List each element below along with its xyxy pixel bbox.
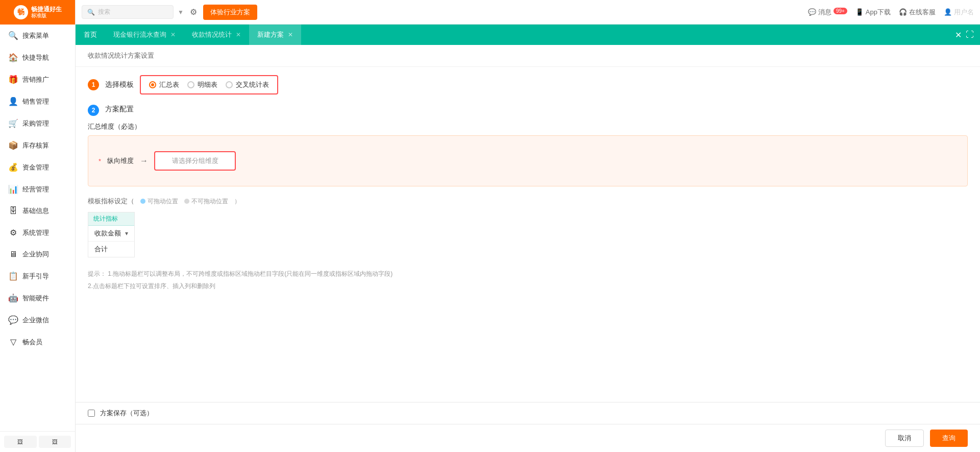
table-section-label: 统计指标 <box>88 212 134 226</box>
dim-arrow-icon: → <box>140 156 148 165</box>
sidebar-item-purchase[interactable]: 🛒 采购管理 <box>0 112 75 134</box>
logo-text: 畅捷通好生 标准版 <box>31 6 62 19</box>
tab-expand-icon[interactable]: ⛶ <box>966 30 974 39</box>
dimension-title: 汇总维度（必选） <box>88 122 968 131</box>
step1-badge: 1 <box>88 79 99 90</box>
radio-circle-detail <box>187 81 194 88</box>
content-inner: 收款情况统计方案设置 1 选择模板 汇总表 <box>76 45 980 424</box>
sidebar-bottom: 🖼 🖼 <box>0 431 75 452</box>
radio-detail[interactable]: 明细表 <box>187 80 217 89</box>
chart-icon: 📊 <box>8 184 18 194</box>
logo-icon: 畅 <box>14 5 28 19</box>
vertical-dim-label: 纵向维度 <box>107 156 134 165</box>
indicator-settings: 模板指标设定（ 可拖动位置 不可拖动位置 ） <box>88 197 968 257</box>
dim-row: * 纵向维度 → 请选择分组维度 <box>99 151 236 171</box>
bottom-save-row: 方案保存（可选） <box>76 402 980 424</box>
main-area: 🔍 搜索 ▼ ⚙ 体验行业方案 💬 消息 99+ 📱 App下载 🎧 在线客服 … <box>76 0 980 452</box>
tab-close-cash-flow[interactable]: ✕ <box>170 31 176 38</box>
sidebar-item-inventory[interactable]: 📦 库存核算 <box>0 134 75 156</box>
save-label[interactable]: 方案保存（可选） <box>100 409 153 418</box>
sidebar-item-search-menu[interactable]: 🔍 搜索菜单 <box>0 25 75 46</box>
cancel-button[interactable]: 取消 <box>885 430 924 447</box>
search-bar[interactable]: 🔍 搜索 <box>82 5 174 19</box>
sidebar-item-operations[interactable]: 📊 经营管理 <box>0 178 75 200</box>
settings-gear-icon[interactable]: ⚙ <box>190 7 197 17</box>
content-area: 收款情况统计方案设置 1 选择模板 汇总表 <box>76 45 980 424</box>
top-header: 🔍 搜索 ▼ ⚙ 体验行业方案 💬 消息 99+ 📱 App下载 🎧 在线客服 … <box>76 0 980 25</box>
sidebar-item-finance[interactable]: 💰 资金管理 <box>0 156 75 178</box>
table-cell-1[interactable]: 合计 <box>88 242 134 257</box>
radio-cross[interactable]: 交叉统计表 <box>226 80 269 89</box>
app-download-item[interactable]: 📱 App下载 <box>855 8 891 17</box>
sidebar-item-quick-nav[interactable]: 🏠 快捷导航 <box>0 46 75 68</box>
tab-close-collection-stats[interactable]: ✕ <box>236 31 241 38</box>
sidebar-item-sales[interactable]: 👤 销售管理 <box>0 90 75 112</box>
tab-new-plan[interactable]: 新建方案 ✕ <box>249 25 301 45</box>
dimension-subsection: 汇总维度（必选） * 纵向维度 → 请选择分组维度 <box>88 122 968 186</box>
tip-item-0: 提示： 1.拖动标题栏可以调整布局，不可跨维度或指标区域拖动栏目字段(只能在同一… <box>88 268 968 280</box>
money-icon: 💰 <box>8 162 18 172</box>
step2-title: 方案配置 <box>105 105 134 114</box>
tab-bar: 首页 现金银行流水查询 ✕ 收款情况统计 ✕ 新建方案 ✕ ✕ ⛶ <box>76 25 980 45</box>
trial-button[interactable]: 体验行业方案 <box>203 5 257 20</box>
sidebar-item-enterprise-wechat[interactable]: 💬 企业微信 <box>0 309 75 331</box>
user-item[interactable]: 👤 用户名 <box>944 8 974 17</box>
notification-item[interactable]: 💬 消息 99+ <box>808 8 847 17</box>
user-icon: 👤 <box>8 97 18 106</box>
step2-badge: 2 <box>88 105 99 116</box>
tab-close-new-plan[interactable]: ✕ <box>288 31 293 38</box>
table-preview: 统计指标 收款金额 ▾ 合计 <box>88 212 135 257</box>
dropdown-arrow-icon[interactable]: ▼ <box>178 9 184 16</box>
sidebar-item-smart-hardware[interactable]: 🤖 智能硬件 <box>0 287 75 309</box>
monitor-icon: 🖥 <box>8 250 18 259</box>
non-draggable-hint: 不可拖动位置 <box>184 197 228 206</box>
tab-bar-controls: ✕ ⛶ <box>955 30 980 40</box>
robot-icon: 🤖 <box>8 293 18 303</box>
tab-home[interactable]: 首页 <box>76 25 105 45</box>
radio-circle-cross <box>226 81 233 88</box>
notification-badge: 99+ <box>834 8 847 14</box>
tab-cash-flow[interactable]: 现金银行流水查询 ✕ <box>105 25 184 45</box>
chevron-down-icon-0: ▾ <box>125 230 128 237</box>
clipboard-icon: 📋 <box>8 271 18 281</box>
gift-icon: 🎁 <box>8 75 18 84</box>
tab-collection-stats[interactable]: 收款情况统计 ✕ <box>184 25 249 45</box>
radio-summary[interactable]: 汇总表 <box>149 80 179 89</box>
step2-row: 2 方案配置 <box>88 105 968 116</box>
tab-close-all-icon[interactable]: ✕ <box>955 30 962 40</box>
online-service-item[interactable]: 🎧 在线客服 <box>899 8 936 17</box>
search-icon: 🔍 <box>8 31 18 40</box>
top-header-right: 💬 消息 99+ 📱 App下载 🎧 在线客服 👤 用户名 <box>808 8 974 17</box>
sidebar-item-member[interactable]: ▽ 畅会员 <box>0 331 75 353</box>
radio-circle-summary <box>149 81 156 88</box>
table-cell-0[interactable]: 收款金额 ▾ <box>88 226 134 242</box>
sidebar-item-enterprise-collab[interactable]: 🖥 企业协同 <box>0 244 75 265</box>
cart-icon: 🛒 <box>8 118 18 128</box>
sidebar-logo: 畅 畅捷通好生 标准版 <box>0 0 75 25</box>
download-icon: 📱 <box>855 8 864 16</box>
dim-select-box[interactable]: 请选择分组维度 <box>154 151 236 171</box>
box-icon: 📦 <box>8 140 18 150</box>
member-icon: ▽ <box>8 337 18 347</box>
bottom-action-bar: 取消 查询 <box>76 424 980 452</box>
template-select: 汇总表 明细表 交叉统计表 <box>140 75 278 94</box>
sidebar-item-guide[interactable]: 📋 新手引导 <box>0 265 75 287</box>
database-icon: 🗄 <box>8 206 18 216</box>
chat-icon: 💬 <box>8 315 18 325</box>
step1-title: 选择模板 <box>105 80 134 89</box>
sidebar: 畅 畅捷通好生 标准版 🔍 搜索菜单 🏠 快捷导航 🎁 营销推广 👤 销售管理 … <box>0 0 76 452</box>
sidebar-item-basic-info[interactable]: 🗄 基础信息 <box>0 200 75 222</box>
tip-item-1: 2.点击标题栏下拉可设置排序、插入列和删除列 <box>88 280 968 292</box>
tips-section: 提示： 1.拖动标题栏可以调整布局，不可跨维度或指标区域拖动栏目字段(只能在同一… <box>88 268 968 292</box>
form-section: 1 选择模板 汇总表 明细表 交 <box>76 67 980 402</box>
dimension-area: * 纵向维度 → 请选择分组维度 <box>88 135 968 186</box>
sidebar-item-marketing[interactable]: 🎁 营销推广 <box>0 68 75 90</box>
save-checkbox[interactable] <box>88 410 95 417</box>
query-button[interactable]: 查询 <box>930 430 968 447</box>
sidebar-bottom-btn2[interactable]: 🖼 <box>39 436 71 448</box>
search-bar-placeholder: 搜索 <box>98 8 110 16</box>
settings-icon: ⚙ <box>8 228 18 237</box>
sidebar-bottom-btn1[interactable]: 🖼 <box>4 436 37 448</box>
sidebar-item-system[interactable]: ⚙ 系统管理 <box>0 222 75 244</box>
config-section: 汇总维度（必选） * 纵向维度 → 请选择分组维度 <box>88 122 968 292</box>
